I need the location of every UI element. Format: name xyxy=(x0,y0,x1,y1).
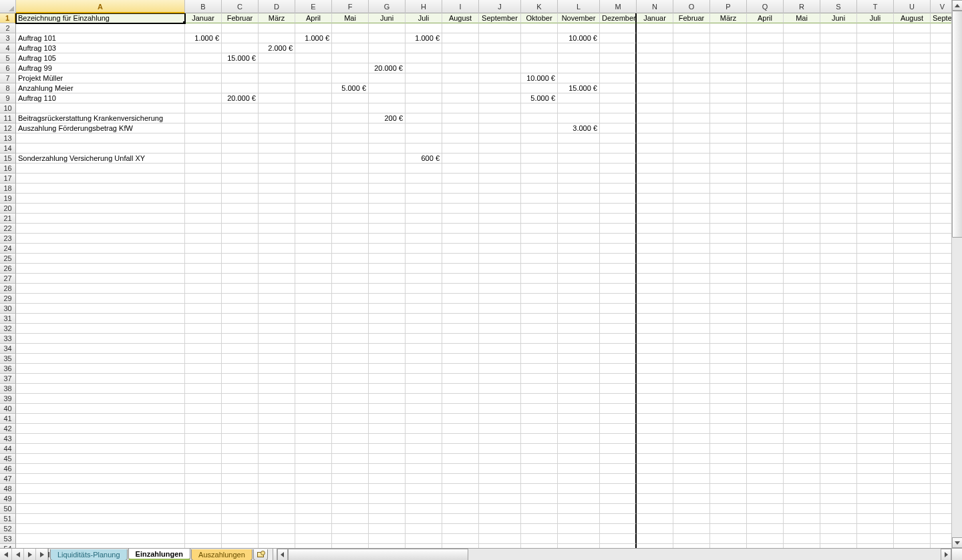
cell-J18[interactable] xyxy=(479,184,521,194)
cell-G6[interactable]: 20.000 € xyxy=(369,63,406,73)
cell-C15[interactable] xyxy=(222,154,259,164)
cell-K8[interactable] xyxy=(521,83,558,93)
cell-E32[interactable] xyxy=(295,324,332,334)
cell-J1[interactable]: September xyxy=(479,13,521,23)
cell-V35[interactable] xyxy=(931,354,951,364)
cell-G42[interactable] xyxy=(369,424,406,434)
cell-E40[interactable] xyxy=(295,404,332,414)
cell-Q9[interactable] xyxy=(747,93,784,103)
cell-E3[interactable]: 1.000 € xyxy=(295,33,332,43)
column-header-O[interactable]: O xyxy=(673,0,710,13)
cell-P22[interactable] xyxy=(710,224,747,234)
cell-S2[interactable] xyxy=(820,23,857,33)
cell-F51[interactable] xyxy=(332,514,369,524)
cell-H1[interactable]: Juli xyxy=(406,13,442,23)
cell-B1[interactable]: Januar xyxy=(185,13,222,23)
cell-M6[interactable] xyxy=(600,63,637,73)
cell-L27[interactable] xyxy=(558,274,600,284)
cell-I26[interactable] xyxy=(442,264,479,274)
cell-Q17[interactable] xyxy=(747,174,784,184)
cell-Q47[interactable] xyxy=(747,474,784,484)
cell-M33[interactable] xyxy=(600,334,637,344)
cell-U24[interactable] xyxy=(894,244,931,254)
cell-V32[interactable] xyxy=(931,324,951,334)
cell-V45[interactable] xyxy=(931,454,951,464)
cell-K30[interactable] xyxy=(521,304,558,314)
cell-O41[interactable] xyxy=(673,414,710,424)
cell-T36[interactable] xyxy=(857,364,894,374)
cell-K13[interactable] xyxy=(521,133,558,144)
cell-A11[interactable]: Beitragsrückerstattung Krankenversicheru… xyxy=(16,113,185,123)
cell-B35[interactable] xyxy=(185,354,222,364)
cell-P14[interactable] xyxy=(710,144,747,154)
cell-U26[interactable] xyxy=(894,264,931,274)
cell-L29[interactable] xyxy=(558,294,600,304)
cell-D44[interactable] xyxy=(259,444,295,454)
cell-K35[interactable] xyxy=(521,354,558,364)
cell-M47[interactable] xyxy=(600,474,637,484)
cell-K37[interactable] xyxy=(521,374,558,384)
cell-D13[interactable] xyxy=(259,133,295,144)
cell-K20[interactable] xyxy=(521,204,558,214)
sheet-nav-prev[interactable] xyxy=(12,549,24,560)
cell-T50[interactable] xyxy=(857,504,894,514)
cell-U51[interactable] xyxy=(894,514,931,524)
cell-T47[interactable] xyxy=(857,474,894,484)
cell-G15[interactable] xyxy=(369,154,406,164)
cell-U18[interactable] xyxy=(894,184,931,194)
cell-R21[interactable] xyxy=(784,214,820,224)
cell-A19[interactable] xyxy=(16,194,185,204)
column-header-E[interactable]: E xyxy=(295,0,332,13)
cell-F23[interactable] xyxy=(332,234,369,244)
cell-G3[interactable] xyxy=(369,33,406,43)
row-header-36[interactable]: 36 xyxy=(0,364,16,374)
cell-R20[interactable] xyxy=(784,204,820,214)
cell-G41[interactable] xyxy=(369,414,406,424)
cell-F22[interactable] xyxy=(332,224,369,234)
cell-T5[interactable] xyxy=(857,53,894,63)
cell-D3[interactable] xyxy=(259,33,295,43)
cell-V7[interactable] xyxy=(931,73,951,83)
cell-H34[interactable] xyxy=(406,344,442,354)
cell-S23[interactable] xyxy=(820,234,857,244)
cell-D19[interactable] xyxy=(259,194,295,204)
cell-O46[interactable] xyxy=(673,464,710,474)
cell-R13[interactable] xyxy=(784,133,820,144)
cell-V15[interactable] xyxy=(931,154,951,164)
cell-O15[interactable] xyxy=(673,154,710,164)
cell-B51[interactable] xyxy=(185,514,222,524)
cell-U5[interactable] xyxy=(894,53,931,63)
cell-D29[interactable] xyxy=(259,294,295,304)
cell-D8[interactable] xyxy=(259,83,295,93)
cell-S9[interactable] xyxy=(820,93,857,103)
cell-O17[interactable] xyxy=(673,174,710,184)
cell-A7[interactable]: Projekt Müller xyxy=(16,73,185,83)
cell-Q27[interactable] xyxy=(747,274,784,284)
row-header-38[interactable]: 38 xyxy=(0,384,16,394)
cell-F10[interactable] xyxy=(332,103,369,113)
column-header-D[interactable]: D xyxy=(259,0,295,13)
cell-Q53[interactable] xyxy=(747,534,784,544)
cell-B2[interactable] xyxy=(185,23,222,33)
cell-D30[interactable] xyxy=(259,304,295,314)
cell-G52[interactable] xyxy=(369,524,406,534)
cell-A17[interactable] xyxy=(16,174,185,184)
cell-N28[interactable] xyxy=(637,284,673,294)
cell-M44[interactable] xyxy=(600,444,637,454)
cell-Q20[interactable] xyxy=(747,204,784,214)
cell-F43[interactable] xyxy=(332,434,369,444)
cell-F30[interactable] xyxy=(332,304,369,314)
cell-L32[interactable] xyxy=(558,324,600,334)
cell-K19[interactable] xyxy=(521,194,558,204)
cell-S14[interactable] xyxy=(820,144,857,154)
cell-N6[interactable] xyxy=(637,63,673,73)
cell-B12[interactable] xyxy=(185,123,222,133)
cell-B42[interactable] xyxy=(185,424,222,434)
cell-N27[interactable] xyxy=(637,274,673,284)
cell-P29[interactable] xyxy=(710,294,747,304)
row-header-39[interactable]: 39 xyxy=(0,394,16,404)
cell-D28[interactable] xyxy=(259,284,295,294)
cell-U37[interactable] xyxy=(894,374,931,384)
cell-S48[interactable] xyxy=(820,484,857,494)
cell-R9[interactable] xyxy=(784,93,820,103)
